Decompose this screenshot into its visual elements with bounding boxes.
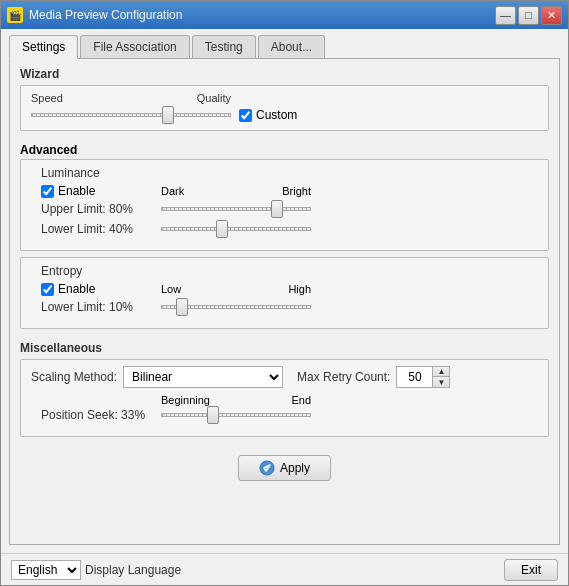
apply-icon (259, 460, 275, 476)
position-seek-slider[interactable] (161, 413, 311, 417)
entropy-lower-slider[interactable] (161, 305, 311, 309)
position-seek-label: Position Seek: 33% (41, 408, 161, 422)
wizard-slider-labels: Speed Quality (31, 92, 231, 104)
entropy-enable-row: Enable Low High (41, 282, 538, 296)
minimize-button[interactable]: — (495, 6, 516, 25)
miscellaneous-section: Miscellaneous Scaling Method: Bilinear N… (20, 341, 549, 443)
tab-file-association[interactable]: File Association (80, 35, 189, 58)
custom-checkbox[interactable] (239, 109, 252, 122)
misc-group: Scaling Method: Bilinear Nearest Neighbo… (20, 359, 549, 437)
lower-limit-label: Lower Limit: 40% (41, 222, 161, 236)
speed-label: Speed (31, 92, 63, 104)
exit-button[interactable]: Exit (504, 559, 558, 581)
upper-limit-row: Upper Limit: 80% (41, 202, 538, 216)
tab-about[interactable]: About... (258, 35, 325, 58)
luminance-group: Luminance Enable Dark Bright Upper Limit… (20, 159, 549, 251)
main-window: 🎬 Media Preview Configuration — □ ✕ Sett… (0, 0, 569, 586)
window-icon: 🎬 (7, 7, 23, 23)
position-labels-row: Beginning End (31, 394, 538, 406)
window-body: Settings File Association Testing About.… (1, 29, 568, 553)
title-bar-left: 🎬 Media Preview Configuration (7, 7, 182, 23)
beginning-label: Beginning (161, 394, 210, 406)
wizard-group: Speed Quality Custom (20, 85, 549, 131)
position-seek-row: Position Seek: 33% (41, 408, 538, 422)
end-label: End (291, 394, 311, 406)
quality-label: Quality (197, 92, 231, 104)
custom-checkbox-label[interactable]: Custom (239, 108, 297, 122)
entropy-enable-checkbox[interactable] (41, 283, 54, 296)
entropy-title: Entropy (41, 264, 538, 278)
bright-label: Bright (282, 185, 311, 197)
spin-down-button[interactable]: ▼ (433, 377, 449, 387)
advanced-section: Advanced Luminance Enable Dark Bright (20, 143, 549, 335)
dark-bright-labels: Dark Bright (161, 185, 311, 197)
luminance-title: Luminance (41, 166, 538, 180)
spin-up-button[interactable]: ▲ (433, 367, 449, 377)
lower-limit-row: Lower Limit: 40% (41, 222, 538, 236)
luminance-lower-slider[interactable] (161, 227, 311, 231)
maximize-button[interactable]: □ (518, 6, 539, 25)
scaling-method-select[interactable]: Bilinear Nearest Neighbor Bicubic Lanczo… (123, 366, 283, 388)
tab-content: Wizard Speed Quality Custom (9, 59, 560, 545)
wizard-title: Wizard (20, 67, 549, 81)
bottom-buttons: Apply (20, 455, 549, 481)
title-buttons: — □ ✕ (495, 6, 562, 25)
low-high-labels: Low High (161, 283, 311, 295)
display-lang-label: Display Language (85, 563, 181, 577)
scaling-method-label: Scaling Method: (31, 370, 117, 384)
luminance-upper-slider[interactable] (161, 207, 311, 211)
svg-point-0 (260, 461, 274, 475)
luminance-enable-checkbox[interactable] (41, 185, 54, 198)
wizard-slider-row: Custom (31, 108, 538, 122)
high-label: High (288, 283, 311, 295)
tab-settings[interactable]: Settings (9, 35, 78, 59)
window-title: Media Preview Configuration (29, 8, 182, 22)
wizard-section: Wizard Speed Quality Custom (20, 67, 549, 137)
tab-bar: Settings File Association Testing About.… (9, 35, 560, 59)
entropy-enable-label[interactable]: Enable (41, 282, 161, 296)
title-bar: 🎬 Media Preview Configuration — □ ✕ (1, 1, 568, 29)
footer-left: English French German Spanish Japanese D… (11, 560, 181, 580)
advanced-title: Advanced (20, 143, 549, 157)
entropy-group: Entropy Enable Low High Lower Limit: 10% (20, 257, 549, 329)
language-select[interactable]: English French German Spanish Japanese (11, 560, 81, 580)
low-label: Low (161, 283, 181, 295)
max-retry-label: Max Retry Count: (297, 370, 390, 384)
entropy-lower-row: Lower Limit: 10% (41, 300, 538, 314)
tab-testing[interactable]: Testing (192, 35, 256, 58)
footer: English French German Spanish Japanese D… (1, 553, 568, 585)
max-retry-input[interactable] (396, 366, 432, 388)
dark-label: Dark (161, 185, 184, 197)
luminance-enable-label[interactable]: Enable (41, 184, 161, 198)
scaling-row: Scaling Method: Bilinear Nearest Neighbo… (31, 366, 538, 388)
close-button[interactable]: ✕ (541, 6, 562, 25)
beginning-end-labels: Beginning End (161, 394, 311, 406)
entropy-lower-label: Lower Limit: 10% (41, 300, 161, 314)
upper-limit-label: Upper Limit: 80% (41, 202, 161, 216)
max-retry-spinbox: ▲ ▼ (396, 366, 450, 388)
apply-label: Apply (280, 461, 310, 475)
wizard-slider[interactable] (31, 113, 231, 117)
apply-button[interactable]: Apply (238, 455, 331, 481)
luminance-enable-row: Enable Dark Bright (41, 184, 538, 198)
spinbox-arrows: ▲ ▼ (432, 366, 450, 388)
misc-title: Miscellaneous (20, 341, 549, 355)
